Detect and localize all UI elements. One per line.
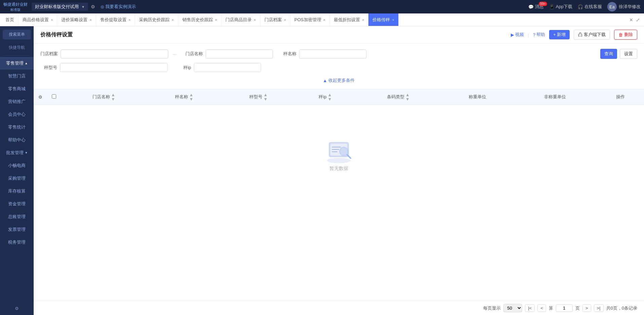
sidebar-gear-button[interactable]: ⚙ — [15, 302, 19, 315]
tab-price-setting[interactable]: 商品价格设置 × — [19, 13, 57, 26]
close-icon[interactable]: × — [215, 18, 217, 22]
sidebar-item-label: 资金管理 — [8, 201, 26, 207]
sidebar-item-smart-store[interactable]: 智慧门店 — [0, 70, 34, 82]
search-menu-button[interactable]: 搜索菜单 — [3, 30, 31, 39]
sort-store-name[interactable]: 门店名称 ▲▼ — [65, 93, 143, 101]
scale-name-input[interactable] — [299, 49, 366, 59]
collapse-button[interactable]: ▲ 收起更多条件 — [323, 77, 355, 83]
quick-nav-button[interactable]: 快捷导航 — [3, 43, 31, 52]
sidebar-item-xiaochang-ecommerce[interactable]: 小畅电商 — [0, 159, 34, 172]
last-page-button[interactable]: >| — [594, 304, 604, 312]
scale-ip-label: 秤ip — [174, 65, 191, 71]
sort-scale-ip[interactable]: 秤ip ▲▼ — [300, 93, 351, 101]
tab-pos-manage-label: POS加密管理 — [294, 17, 321, 23]
empty-state: 暂无数据 — [34, 105, 644, 199]
prev-page-button[interactable]: < — [537, 304, 546, 312]
next-page-icon: > — [585, 306, 588, 311]
sidebar-item-label: 智慧门店 — [8, 73, 26, 79]
col-settings[interactable]: ⚙ — [34, 89, 47, 105]
sidebar-item-label: 发票管理 — [8, 226, 26, 233]
sidebar-item-invoice-manage[interactable]: 发票管理 — [0, 223, 34, 236]
scale-ip-input[interactable] — [194, 63, 261, 72]
sidebar-item-general-ledger[interactable]: 总账管理 — [0, 210, 34, 223]
gear-icon[interactable]: ⚙ — [91, 4, 95, 9]
close-icon[interactable]: × — [323, 18, 325, 22]
sort-scale-name[interactable]: 秤名称 ▲▼ — [151, 93, 217, 101]
page-header: 价格传秤设置 ▶ 视频 | ? 帮助 + 新增 凸 客户端下载 🗑 — [34, 26, 644, 43]
query-button[interactable]: 查询 — [600, 49, 617, 59]
tab-purchase-history[interactable]: 采购历史价跟踪 × — [135, 13, 178, 26]
sidebar-item-help-center[interactable]: 帮助中心 — [0, 134, 34, 146]
tab-purchase-strategy[interactable]: 进价策略设置 × — [57, 13, 96, 26]
sidebar-item-member-center[interactable]: 会员中心 — [0, 108, 34, 121]
chevron-down-icon: ▼ — [81, 5, 85, 9]
version-selector[interactable]: 好业财标准版交付试用 ▼ — [32, 3, 88, 11]
col-non-weight-unit: 非称重单位 — [513, 89, 597, 105]
store-archive-input[interactable] — [61, 49, 168, 59]
more-dots-icon[interactable]: ··· — [171, 51, 179, 57]
video-link[interactable]: ▶ 视频 — [511, 32, 524, 38]
col-action: 操作 — [597, 89, 644, 105]
tab-pos-manage[interactable]: POS加密管理 × — [290, 13, 330, 26]
query-label: 查询 — [604, 51, 613, 57]
close-icon[interactable]: × — [172, 18, 174, 22]
select-all-checkbox[interactable] — [52, 94, 56, 99]
online-service-btn[interactable]: 🎧 在线客服 — [578, 4, 602, 10]
sidebar-item-finance[interactable]: 资金管理 — [0, 198, 34, 210]
per-page-select[interactable]: 10 20 50 100 — [503, 304, 522, 312]
scale-model-label: 秤型号 — [40, 65, 57, 71]
sort-barcode-type[interactable]: 条码类型 ▲▼ — [359, 93, 437, 101]
sidebar-item-wholesale-manage[interactable]: 批发管理 — [0, 146, 34, 159]
first-page-button[interactable]: |< — [525, 304, 535, 312]
user-menu[interactable]: Ea 徐泽华修改 — [607, 2, 641, 11]
tab-close-icon[interactable]: ✕ — [629, 17, 633, 23]
delete-button[interactable]: 🗑 删除 — [614, 30, 637, 40]
sort-scale-model[interactable]: 秤型号 ▲▼ — [225, 93, 292, 101]
sidebar-item-retail-manage[interactable]: 零售管理 — [0, 57, 34, 70]
tab-min-discount[interactable]: 最低折扣设置 × — [330, 13, 368, 26]
tab-home[interactable]: 首页 — [1, 13, 19, 26]
divider: | — [528, 32, 529, 37]
sidebar-item-retail-mall[interactable]: 零售商城 — [0, 82, 34, 95]
close-icon[interactable]: × — [254, 18, 256, 22]
download-client-button[interactable]: 凸 客户端下载 — [574, 30, 610, 40]
store-archive-label: 门店档案 — [40, 51, 58, 57]
close-icon[interactable]: × — [129, 18, 131, 22]
close-icon[interactable]: × — [90, 18, 92, 22]
sort-icon: ▲▼ — [111, 93, 115, 101]
tab-store-archive[interactable]: 门店档案 × — [260, 13, 290, 26]
page-number-input[interactable] — [556, 304, 573, 312]
tab-sale-history[interactable]: 销售历史价跟踪 × — [178, 13, 221, 26]
tab-store-catalog-label: 门店商品目录 — [225, 17, 252, 23]
tab-store-catalog[interactable]: 门店商品目录 × — [221, 13, 260, 26]
sidebar-item-retail-stats[interactable]: 零售统计 — [0, 121, 34, 134]
settings-button[interactable]: 设置 — [620, 49, 637, 59]
messages-btn[interactable]: 💬 消息 99+ — [528, 4, 544, 10]
tab-expand-icon[interactable]: ⤢ — [636, 17, 640, 23]
tab-store-archive-label: 门店档案 — [264, 17, 282, 23]
demo-link[interactable]: 我要看实例演示 — [101, 4, 136, 10]
download-label: 凸 客户端下载 — [578, 32, 606, 38]
sidebar-item-inventory[interactable]: 库存核算 — [0, 185, 34, 198]
headset-icon: 🎧 — [578, 4, 583, 9]
close-icon[interactable]: × — [284, 18, 286, 22]
app-download-btn[interactable]: 📱 App下载 — [549, 4, 572, 10]
filter-scale-name: 秤名称 — [280, 49, 366, 59]
tab-sale-extract[interactable]: 售价提取设置 × — [96, 13, 135, 26]
close-icon[interactable]: × — [51, 18, 53, 22]
close-icon[interactable]: × — [362, 18, 364, 22]
store-name-input[interactable] — [206, 49, 273, 59]
app-subtitle: 标准版 — [10, 7, 21, 12]
sidebar-item-tax-manage[interactable]: 税务管理 — [0, 236, 34, 249]
add-button[interactable]: + 新增 — [549, 30, 570, 39]
filter-scale-model: 秤型号 — [40, 63, 168, 72]
tab-price-transfer[interactable]: 价格传秤 × — [368, 13, 398, 26]
sidebar-item-marketing[interactable]: 营销推广 — [0, 95, 34, 108]
help-link[interactable]: ? 帮助 — [533, 32, 545, 38]
sidebar-item-purchase-manage[interactable]: 采购管理 — [0, 172, 34, 185]
tab-sale-history-label: 销售历史价跟踪 — [182, 17, 213, 23]
sidebar-item-label: 零售管理 — [6, 60, 24, 66]
scale-model-input[interactable] — [60, 63, 168, 72]
next-page-button[interactable]: > — [582, 304, 591, 312]
close-icon[interactable]: × — [392, 18, 394, 22]
